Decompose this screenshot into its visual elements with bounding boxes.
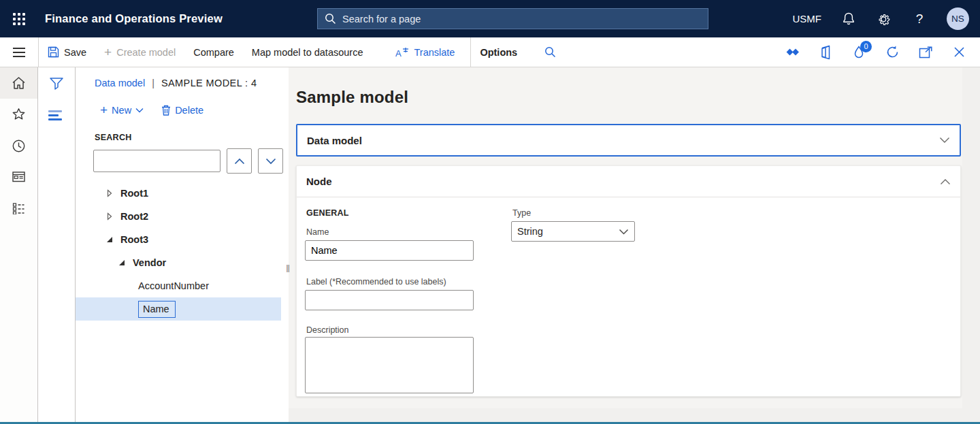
chevron-up-icon: [940, 178, 951, 185]
nav-favorites-item[interactable]: [0, 99, 37, 130]
clock-icon: [12, 139, 26, 153]
tree-search-label: SEARCH: [95, 133, 132, 142]
filter-funnel-icon[interactable]: [48, 76, 65, 92]
actionbar-search-icon[interactable]: [536, 37, 565, 67]
options-button[interactable]: Options: [471, 37, 526, 67]
breadcrumb-data-model-link[interactable]: Data model: [95, 78, 145, 88]
nav-modules-item[interactable]: [0, 193, 37, 224]
breadcrumb-current: SAMPLE MODEL : 4: [161, 78, 257, 88]
label-field-label: Label (*Recommended to use labels): [306, 277, 951, 287]
tree-row-vendor[interactable]: Vendor: [76, 251, 281, 274]
help-icon[interactable]: ?: [911, 11, 928, 27]
collapsed-triangle-icon[interactable]: [105, 189, 114, 197]
right-gutter: [962, 67, 980, 422]
star-icon: [12, 108, 26, 121]
svg-text:A: A: [395, 48, 402, 59]
search-next-button[interactable]: [258, 148, 283, 174]
top-navigation-bar: Finance and Operations Preview USMF ? NS: [0, 0, 980, 37]
nav-home-item[interactable]: [0, 67, 37, 99]
translate-button[interactable]: A Translate: [387, 37, 463, 67]
notifications-bell-icon[interactable]: [840, 11, 857, 27]
data-model-section-header[interactable]: Data model: [296, 124, 961, 157]
app-launcher-waffle-icon[interactable]: [0, 0, 38, 37]
breadcrumb-separator: |: [152, 78, 154, 88]
chevron-down-icon: [265, 158, 276, 165]
modules-list-icon: [12, 202, 26, 214]
expanded-triangle-icon[interactable]: [118, 259, 126, 266]
panel-lines-icon[interactable]: [48, 107, 65, 123]
model-tree: Root1 Root2 Root3 Vendor: [76, 182, 281, 321]
waffle-icon: [13, 13, 25, 25]
main-region: Data model | SAMPLE MODEL : 4 + New Dele…: [0, 67, 980, 422]
collapsed-triangle-icon[interactable]: [105, 212, 114, 221]
tree-row-name[interactable]: Name: [76, 297, 281, 321]
delete-button[interactable]: Delete: [161, 105, 203, 116]
tree-search-input[interactable]: [93, 150, 220, 172]
search-icon: [325, 13, 336, 25]
breadcrumb: Data model | SAMPLE MODEL : 4: [95, 78, 257, 88]
trash-icon: [161, 105, 171, 116]
node-section-card: Node GENERAL Name Label (*Recommended to…: [296, 165, 961, 397]
translate-icon: A: [395, 46, 409, 59]
tree-row-root2[interactable]: Root2: [76, 205, 281, 228]
type-select-value: String: [517, 226, 543, 237]
message-center-icon[interactable]: 0: [851, 45, 866, 60]
pane-resize-handle[interactable]: ‖: [280, 263, 296, 274]
nav-recent-item[interactable]: [0, 130, 37, 161]
search-previous-button[interactable]: [227, 148, 252, 174]
action-pane: Save + Create model Compare Map model to…: [0, 37, 980, 67]
compare-button[interactable]: Compare: [184, 37, 243, 67]
bottom-gutter: [289, 408, 980, 422]
hamburger-menu-icon[interactable]: [0, 37, 38, 67]
tree-row-root1[interactable]: Root1: [76, 182, 281, 205]
settings-gear-icon[interactable]: [876, 11, 892, 27]
expanded-triangle-icon[interactable]: [105, 236, 114, 243]
type-select[interactable]: String: [511, 221, 635, 242]
company-selector[interactable]: USMF: [793, 13, 822, 25]
name-field-input[interactable]: [305, 240, 474, 261]
home-icon: [12, 76, 26, 90]
plus-icon: +: [100, 103, 108, 116]
page-content: Data model | SAMPLE MODEL : 4 + New Dele…: [76, 67, 980, 422]
power-apps-diamonds-icon[interactable]: [785, 45, 800, 60]
chevron-down-icon: [619, 229, 629, 235]
left-nav-rail: [0, 67, 38, 422]
model-form: Sample model Data model Node GENERAL Nam…: [296, 67, 961, 397]
new-button[interactable]: + New: [100, 103, 144, 116]
node-section-header[interactable]: Node: [297, 166, 960, 197]
close-icon[interactable]: [951, 45, 966, 60]
tree-row-root3[interactable]: Root3: [76, 228, 281, 251]
save-button[interactable]: Save: [39, 37, 95, 67]
type-field-column: Type String: [511, 208, 635, 242]
page-title: Sample model: [296, 88, 961, 107]
label-field-input[interactable]: [305, 290, 474, 310]
tree-row-accountnumber[interactable]: AccountNumber: [76, 274, 281, 297]
notification-count-badge: 0: [860, 41, 872, 52]
topbar-right-controls: USMF ? NS: [793, 7, 980, 30]
actionbar-right-icons: 0: [785, 45, 980, 60]
app-title: Finance and Operations Preview: [45, 12, 223, 25]
filter-pane-rail: [38, 67, 76, 422]
description-field-textarea[interactable]: [305, 337, 474, 393]
office-apps-icon[interactable]: [818, 45, 833, 60]
selected-node-box: Name: [138, 301, 176, 318]
chevron-up-icon: [234, 158, 245, 165]
chevron-down-icon: [939, 137, 950, 144]
map-model-to-datasource-button[interactable]: Map model to datasource: [243, 37, 372, 67]
refresh-icon[interactable]: [885, 45, 900, 60]
tree-toolbar: + New Delete: [100, 103, 203, 116]
user-avatar[interactable]: NS: [947, 7, 969, 30]
tree-search-row: [93, 148, 283, 174]
nav-workspaces-item[interactable]: [0, 161, 37, 193]
description-field-label: Description: [306, 325, 951, 335]
create-model-button[interactable]: + Create model: [95, 37, 184, 67]
plus-icon: +: [104, 46, 112, 59]
open-in-new-window-icon[interactable]: [918, 45, 933, 60]
workspace-window-icon: [12, 171, 26, 183]
save-floppy-icon: [48, 46, 59, 58]
page-search-input[interactable]: [342, 14, 669, 25]
node-section-body: GENERAL Name Label (*Recommended to use …: [297, 197, 960, 393]
chevron-down-icon: [135, 108, 144, 113]
page-search-box[interactable]: [317, 8, 708, 29]
type-field-label: Type: [512, 208, 635, 218]
